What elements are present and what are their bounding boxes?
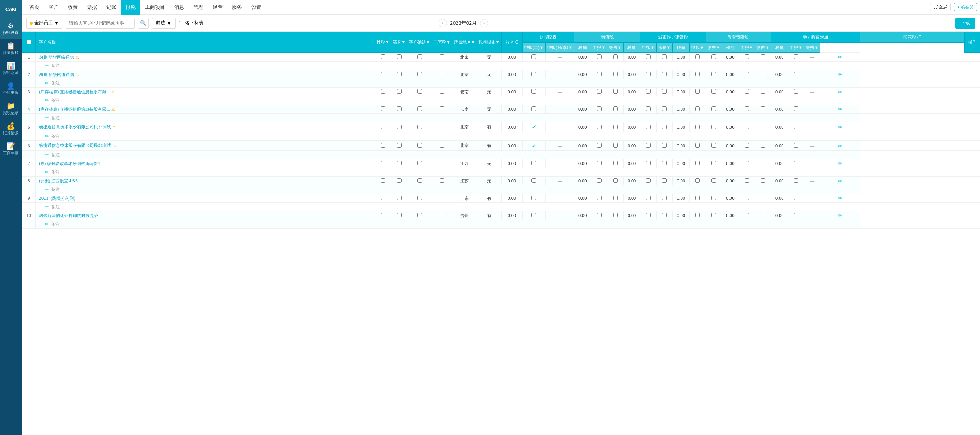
kh-confirm-cell[interactable] bbox=[407, 177, 432, 185]
action-cell[interactable]: ✏ bbox=[820, 177, 860, 185]
edit-button[interactable]: ✏ bbox=[838, 106, 842, 112]
qingka-cell[interactable] bbox=[391, 141, 407, 151]
vat-pay-cell[interactable] bbox=[607, 88, 624, 96]
employee-filter-select[interactable]: 全部员工 ▼ bbox=[26, 18, 62, 29]
action-cell[interactable]: ✏ bbox=[820, 53, 860, 62]
edit-button[interactable]: ✏ bbox=[838, 143, 842, 149]
action-cell[interactable]: ✏ bbox=[820, 211, 860, 220]
vat-declare-cell[interactable] bbox=[591, 141, 607, 151]
qingka-cell[interactable] bbox=[391, 70, 407, 79]
vat-pay-cell[interactable] bbox=[607, 70, 624, 79]
city-pay-cell[interactable] bbox=[656, 141, 672, 151]
action-cell[interactable]: ✏ bbox=[820, 88, 860, 96]
kh-confirm-cell[interactable] bbox=[407, 211, 432, 220]
chaoshui-cell[interactable] bbox=[375, 141, 391, 151]
edu-pay-cell[interactable] bbox=[706, 177, 722, 185]
finance-year-cell[interactable]: ✓ bbox=[522, 122, 545, 132]
sidebar-item-tax-overview[interactable]: 📊 报税总览 bbox=[0, 59, 22, 79]
city-pay-cell[interactable] bbox=[656, 177, 672, 185]
edu-pay-cell[interactable] bbox=[706, 194, 722, 203]
nav-message[interactable]: 消息 bbox=[170, 0, 189, 15]
vat-pay-cell[interactable] bbox=[607, 141, 624, 151]
finance-year-cell[interactable] bbox=[522, 70, 545, 79]
action-cell[interactable]: ✏ bbox=[820, 70, 860, 79]
sidebar-item-tax-records[interactable]: 📁 报税记录 bbox=[0, 99, 22, 119]
note-edit-icon[interactable]: ✏ bbox=[45, 134, 49, 138]
chaoshui-cell[interactable] bbox=[375, 177, 391, 185]
local-edu-declare-cell[interactable] bbox=[739, 88, 755, 96]
stamp-declare-cell[interactable] bbox=[788, 70, 804, 79]
city-pay-cell[interactable] bbox=[656, 88, 672, 96]
city-declare-cell[interactable] bbox=[640, 53, 656, 62]
edit-button[interactable]: ✏ bbox=[838, 89, 842, 95]
named-table-checkbox[interactable] bbox=[179, 21, 183, 25]
city-pay-cell[interactable] bbox=[656, 211, 672, 220]
local-edu-declare-cell[interactable] bbox=[739, 122, 755, 132]
edu-pay-cell[interactable] bbox=[706, 105, 722, 114]
local-edu-pay-cell[interactable] bbox=[755, 194, 771, 203]
action-cell[interactable]: ✏ bbox=[820, 122, 860, 132]
vat-declare-cell[interactable] bbox=[591, 105, 607, 114]
qingka-cell[interactable] bbox=[391, 159, 407, 168]
stamp-declare-cell[interactable] bbox=[788, 177, 804, 185]
edit-button[interactable]: ✏ bbox=[838, 160, 842, 167]
city-declare-cell[interactable] bbox=[640, 105, 656, 114]
finance-year-cell[interactable] bbox=[522, 177, 545, 185]
finance-year-cell[interactable]: ✓ bbox=[522, 141, 545, 151]
yi-tax-cell[interactable] bbox=[432, 159, 452, 168]
edu-declare-cell[interactable] bbox=[689, 177, 706, 185]
local-edu-declare-cell[interactable] bbox=[739, 177, 755, 185]
vat-pay-cell[interactable] bbox=[607, 159, 624, 168]
next-month-button[interactable]: › bbox=[480, 19, 488, 27]
edit-button[interactable]: ✏ bbox=[838, 124, 842, 130]
local-edu-pay-cell[interactable] bbox=[755, 177, 771, 185]
vat-pay-cell[interactable] bbox=[607, 105, 624, 114]
chaoshui-cell[interactable] bbox=[375, 88, 391, 96]
action-cell[interactable]: ✏ bbox=[820, 194, 860, 203]
city-pay-cell[interactable] bbox=[656, 70, 672, 79]
local-edu-pay-cell[interactable] bbox=[755, 88, 771, 96]
edit-button[interactable]: ✏ bbox=[838, 212, 842, 219]
edit-button[interactable]: ✏ bbox=[838, 195, 842, 201]
finance-year-cell[interactable] bbox=[522, 105, 545, 114]
edu-declare-cell[interactable] bbox=[689, 211, 706, 220]
city-declare-cell[interactable] bbox=[640, 194, 656, 203]
city-declare-cell[interactable] bbox=[640, 159, 656, 168]
yi-tax-cell[interactable] bbox=[432, 122, 452, 132]
city-declare-cell[interactable] bbox=[640, 211, 656, 220]
city-declare-cell[interactable] bbox=[640, 70, 656, 79]
qingka-cell[interactable] bbox=[391, 194, 407, 203]
local-edu-pay-cell[interactable] bbox=[755, 141, 771, 151]
city-declare-cell[interactable] bbox=[640, 88, 656, 96]
yi-tax-cell[interactable] bbox=[432, 177, 452, 185]
edu-pay-cell[interactable] bbox=[706, 53, 722, 62]
select-all-checkbox[interactable] bbox=[27, 40, 31, 44]
kh-confirm-cell[interactable] bbox=[407, 105, 432, 114]
sidebar-item-personal-tax[interactable]: 👤 个税申报 bbox=[0, 79, 22, 99]
city-declare-cell[interactable] bbox=[640, 122, 656, 132]
vat-declare-cell[interactable] bbox=[591, 88, 607, 96]
nav-invoice[interactable]: 票据 bbox=[82, 0, 102, 15]
action-cell[interactable]: ✏ bbox=[820, 141, 860, 151]
finance-year-cell[interactable] bbox=[522, 211, 545, 220]
edu-declare-cell[interactable] bbox=[689, 122, 706, 132]
edu-pay-cell[interactable] bbox=[706, 159, 722, 168]
nav-tax[interactable]: 报税 bbox=[121, 0, 140, 15]
local-edu-declare-cell[interactable] bbox=[739, 159, 755, 168]
nav-billing[interactable]: 收费 bbox=[63, 0, 82, 15]
nav-finance[interactable]: 经营 bbox=[208, 0, 227, 15]
local-edu-declare-cell[interactable] bbox=[739, 53, 755, 62]
qingka-cell[interactable] bbox=[391, 211, 407, 220]
yi-tax-cell[interactable] bbox=[432, 141, 452, 151]
action-cell[interactable]: ✏ bbox=[820, 159, 860, 168]
local-edu-pay-cell[interactable] bbox=[755, 159, 771, 168]
nav-customer[interactable]: 客户 bbox=[44, 0, 63, 15]
local-edu-pay-cell[interactable] bbox=[755, 53, 771, 62]
local-edu-pay-cell[interactable] bbox=[755, 122, 771, 132]
edu-pay-cell[interactable] bbox=[706, 141, 722, 151]
edit-button[interactable]: ✏ bbox=[838, 54, 842, 60]
kh-confirm-cell[interactable] bbox=[407, 141, 432, 151]
local-edu-pay-cell[interactable] bbox=[755, 70, 771, 79]
edu-pay-cell[interactable] bbox=[706, 122, 722, 132]
nav-home[interactable]: 首页 bbox=[25, 0, 44, 15]
